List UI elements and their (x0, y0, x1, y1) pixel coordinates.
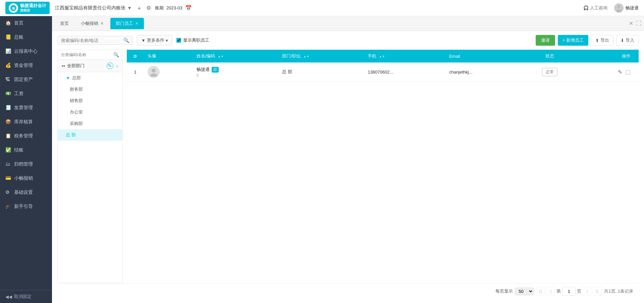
all-dept-icon: ▪▪ (62, 63, 65, 69)
dept-item-purchase[interactable]: 采购部 (58, 118, 122, 129)
emp-search-input[interactable] (61, 38, 121, 43)
content-area: 首页 小畅报销 ✕ 部门员工 ✕ ✕ ⛶ 🔍 (52, 16, 644, 303)
col-action: 操作 (578, 50, 639, 62)
dept-collapse-icon[interactable]: « (116, 63, 118, 69)
app-logo[interactable]: 畅 畅捷通好会计 旗舰版 (5, 2, 50, 14)
svg-point-2 (618, 5, 620, 8)
employee-table: ⚙ 头像 姓名/编码 ▲▼ (127, 50, 639, 82)
app-edition: 旗舰版 (20, 8, 46, 13)
xiaochang-icon: 💳 (5, 175, 11, 181)
export-icon: ⬆ (595, 38, 599, 43)
col-phone[interactable]: 手机 ▲▼ (364, 50, 445, 62)
home-icon: 🏠 (5, 20, 11, 26)
emp-main: 🔍 ▪▪ 全部部门 ✎ « ▼ 总部 (57, 50, 639, 283)
page-prev-button[interactable]: ⟨ (546, 287, 555, 296)
sidebar-item-settings[interactable]: ⚙ 基础设置 (0, 185, 52, 200)
sidebar-item-guide[interactable]: 🎓 新手引导 (0, 200, 52, 214)
page-content: 🔍 ▼ 更多条件 ▾ 显示离职员工 邀请 + 新增员工 (52, 31, 644, 303)
dept-search-icon[interactable]: 🔍 (113, 52, 119, 57)
svg-point-3 (616, 9, 621, 12)
more-filter-button[interactable]: ▼ 更多条件 ▾ (137, 35, 172, 46)
emp-name: 畅捷通 (197, 67, 210, 73)
page-input[interactable] (562, 287, 576, 296)
edit-icon[interactable]: ✎ (618, 69, 622, 75)
sidebar-item-reports[interactable]: 📊 云报表中心 (0, 44, 52, 58)
page-last-button[interactable]: ⟩⟩ (593, 287, 601, 296)
col-settings[interactable]: ⚙ (127, 50, 144, 62)
consult-button[interactable]: 🎧 人工咨询 (583, 5, 607, 11)
dept-sidebar-header: ▪▪ 全部部门 ✎ « (58, 60, 122, 72)
col-name[interactable]: 姓名/编码 ▲▼ (193, 50, 278, 62)
tab-xiaochang-close[interactable]: ✕ (100, 21, 104, 26)
emp-search-icon[interactable]: 🔍 (123, 38, 129, 43)
cell-status: 正常 (521, 62, 578, 82)
company-name: 江西服宝精品有限责任公司内账张 (55, 5, 125, 11)
import-button[interactable]: ⬇ 导入 (616, 35, 639, 46)
sidebar-item-home[interactable]: 🏠 首页 (0, 16, 52, 30)
avatar (614, 3, 624, 13)
invite-button[interactable]: 邀请 (536, 35, 555, 46)
cell-no: 1 (127, 62, 144, 82)
export-button[interactable]: ⬆ 导出 (591, 35, 613, 46)
dept-item-finance[interactable]: 财务部 (58, 84, 122, 95)
tab-xiaochang[interactable]: 小畅报销 ✕ (75, 18, 109, 29)
dept-item-sales[interactable]: 销售部 (58, 95, 122, 106)
sort-phone-icon: ▲▼ (379, 55, 385, 58)
svg-text:畅: 畅 (12, 7, 15, 10)
page-first-button[interactable]: ⟨⟨ (536, 287, 545, 296)
sidebar-item-tax[interactable]: 📋 税务管理 (0, 129, 52, 143)
page-next-button[interactable]: ⟩ (583, 287, 591, 296)
ledger-icon: 📒 (5, 34, 11, 40)
topbar: 畅 畅捷通好会计 旗舰版 江西服宝精品有限责任公司内账张 ▾ ＋ ⚙ 账期 20… (0, 0, 644, 16)
col-status: 状态 (521, 50, 578, 62)
svg-point-4 (152, 69, 156, 73)
show-resigned-checkbox[interactable]: 显示离职员工 (176, 37, 209, 43)
add-icon[interactable]: ＋ (136, 4, 142, 12)
cancel-pin-button[interactable]: ◀◀ 取消固定 (0, 290, 52, 303)
tab-close-all-icon[interactable]: ✕ (629, 20, 633, 27)
sidebar-item-ledger[interactable]: 📒 总账 (0, 30, 52, 44)
dept-edit-icon[interactable]: ✎ (107, 62, 113, 69)
sidebar-item-checkout[interactable]: ✅ 结账 (0, 143, 52, 157)
page-size-dropdown[interactable]: 50 100 200 (515, 288, 534, 295)
cell-action: ✎ ⬚ (578, 62, 639, 82)
username: 畅捷通 (626, 5, 639, 11)
sidebar-item-inventory[interactable]: 📦 库存核算 (0, 115, 52, 129)
add-employee-button[interactable]: + 新增员工 (558, 35, 588, 46)
show-resigned-input[interactable] (176, 38, 181, 43)
company-dropdown-icon[interactable]: ▾ (128, 5, 131, 11)
sidebar-item-payroll[interactable]: 💵 工资 (0, 87, 52, 101)
dept-item-hq[interactable]: ▼ 总部 (58, 72, 122, 84)
tab-expand-icon[interactable]: ⛶ (636, 20, 641, 27)
calendar-icon[interactable]: 📅 (185, 5, 192, 11)
main-layout: 🏠 首页 📒 总账 📊 云报表中心 💰 资金管理 🏗 固定资产 💵 工资 🧾 发… (0, 16, 644, 303)
sidebar-item-invoice[interactable]: 🧾 发票管理 (0, 101, 52, 115)
sidebar-item-assets[interactable]: 🏗 固定资产 (0, 73, 52, 87)
dept-search-input[interactable] (61, 52, 112, 57)
col-dept[interactable]: 部门/职位 ▲▼ (278, 50, 364, 62)
dept-item-general[interactable]: 总 部 (58, 129, 122, 141)
archive-icon: 🗂 (5, 161, 11, 167)
sidebar-item-funds[interactable]: 💰 资金管理 (0, 58, 52, 73)
cell-name: 畅捷通 部 0 (193, 62, 278, 82)
sidebar-item-archive[interactable]: 🗂 归档管理 (0, 157, 52, 171)
tab-dept-emp-close[interactable]: ✕ (135, 21, 139, 26)
period-value: 2023-03 (166, 5, 182, 10)
tab-home[interactable]: 首页 (55, 18, 74, 29)
logo-icon: 畅 (9, 3, 18, 13)
logout-icon[interactable]: ⬚ (626, 69, 631, 75)
payroll-icon: 💵 (5, 91, 11, 97)
action-icons: ✎ ⬚ (582, 69, 631, 75)
assets-icon: 🏗 (5, 77, 11, 83)
settings-icon[interactable]: ⚙ (146, 5, 151, 11)
checkout-icon: ✅ (5, 147, 11, 153)
dept-search-box: 🔍 (58, 50, 122, 60)
user-menu[interactable]: 畅捷通 (614, 3, 639, 13)
emp-toolbar: 🔍 ▼ 更多条件 ▾ 显示离职员工 邀请 + 新增员工 (57, 35, 639, 46)
pagination-bar: 每页显示 50 100 200 ⟨⟨ ⟨ 第 页 ⟩ (57, 283, 639, 299)
dept-item-office[interactable]: 办公室 (58, 106, 122, 118)
page-total: 共1页, 1条记录 (604, 288, 633, 294)
sort-dept-icon: ▲▼ (303, 55, 309, 58)
tab-dept-emp[interactable]: 部门员工 ✕ (110, 18, 144, 29)
sidebar-item-xiaochang[interactable]: 💳 小畅报销 (0, 171, 52, 185)
